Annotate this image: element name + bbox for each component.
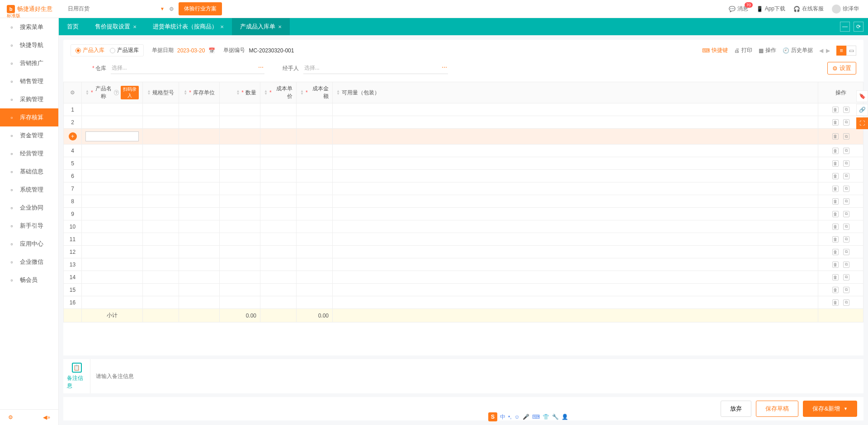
ime-user-icon[interactable]: 👤 xyxy=(561,414,568,420)
sidebar-item-chart[interactable]: ▫经营管理 xyxy=(0,145,58,163)
delete-icon[interactable]: 🗑 xyxy=(832,211,839,217)
delete-icon[interactable]: 🗑 xyxy=(832,236,839,243)
scan-button[interactable]: 扫码录入 xyxy=(121,86,139,99)
print-link[interactable]: 🖨 打印 xyxy=(734,47,752,54)
discard-button[interactable]: 放弃 xyxy=(721,401,751,417)
delete-icon[interactable]: 🗑 xyxy=(832,119,839,126)
rail-link[interactable]: 🔗 xyxy=(856,104,868,116)
copy-icon[interactable]: ⧉ xyxy=(843,186,849,192)
ime-lang[interactable]: 中 xyxy=(500,413,505,421)
ime-smile-icon[interactable]: ☺ xyxy=(514,414,520,420)
copy-icon[interactable]: ⧉ xyxy=(843,224,849,230)
table-row[interactable]: 7🗑⧉ xyxy=(64,182,863,195)
rail-expand[interactable]: ⛶ xyxy=(856,117,868,129)
tab-3[interactable]: 产成品入库单✕ xyxy=(232,18,290,35)
app-download-link[interactable]: 📱 App下载 xyxy=(756,5,785,13)
ime-tools-icon[interactable]: 🔧 xyxy=(552,414,559,420)
sidebar-item-gift[interactable]: ▫营销推广 xyxy=(0,54,58,72)
help-icon[interactable]: ? xyxy=(114,90,118,95)
copy-icon[interactable]: ⧉ xyxy=(843,198,849,205)
save-new-button[interactable]: 保存&新增 ▼ xyxy=(803,401,857,417)
warehouse-select[interactable]: 选择... ⋯ xyxy=(111,62,264,74)
table-row[interactable]: 8🗑⧉ xyxy=(64,195,863,208)
tab-2[interactable]: 进货单统计表（按商品）✕ xyxy=(145,18,232,35)
copy-icon[interactable]: ⧉ xyxy=(843,299,849,306)
tab-1[interactable]: 售价提取设置✕ xyxy=(87,18,145,35)
delete-icon[interactable]: 🗑 xyxy=(832,107,839,113)
rail-bookmark[interactable]: 🔖 xyxy=(856,90,868,102)
delete-icon[interactable]: 🗑 xyxy=(832,133,839,140)
shortcut-link[interactable]: ⌨ 快捷键 xyxy=(702,47,728,54)
ime-keyboard-icon[interactable]: ⌨ xyxy=(532,414,540,420)
tab-0[interactable]: 首页 xyxy=(59,18,87,35)
gear-icon[interactable]: ⚙ xyxy=(70,89,75,96)
sidebar-item-sys[interactable]: ▫系统管理 xyxy=(0,181,58,199)
delete-icon[interactable]: 🗑 xyxy=(832,224,839,230)
experience-button[interactable]: 体验行业方案 xyxy=(179,2,222,15)
delete-icon[interactable]: 🗑 xyxy=(832,287,839,293)
store-selector[interactable]: 日用百货 ▼ xyxy=(68,5,165,13)
sidebar-item-vip[interactable]: ▫畅会员 xyxy=(0,271,58,289)
table-row[interactable]: 6🗑⧉ xyxy=(64,170,863,182)
close-icon[interactable]: ✕ xyxy=(133,24,137,29)
sidebar-item-guide[interactable]: ▫新手引导 xyxy=(0,217,58,235)
sort-icon[interactable]: ▲▼ xyxy=(336,90,340,95)
view-list-button[interactable]: ≡ xyxy=(836,46,846,56)
sort-icon[interactable]: ▲▼ xyxy=(236,90,240,95)
view-card-button[interactable]: ▭ xyxy=(846,46,856,56)
table-row[interactable]: 1🗑⧉ xyxy=(64,103,863,116)
table-row[interactable]: 5🗑⧉ xyxy=(64,157,863,170)
history-link[interactable]: 🕘 历史单据 xyxy=(783,47,813,54)
copy-icon[interactable]: ⧉ xyxy=(843,236,849,243)
table-row[interactable]: 16🗑⧉ xyxy=(64,296,863,309)
table-row[interactable]: +🗑⧉ xyxy=(64,129,863,145)
table-row[interactable]: 10🗑⧉ xyxy=(64,220,863,233)
sidebar-item-wx[interactable]: ▫企业微信 xyxy=(0,253,58,271)
sort-icon[interactable]: ▲▼ xyxy=(85,90,89,95)
handler-select[interactable]: 选择... ⋯ xyxy=(303,62,448,74)
operate-link[interactable]: ▦ 操作 xyxy=(759,47,776,54)
delete-icon[interactable]: 🗑 xyxy=(832,160,839,167)
sidebar-item-cart[interactable]: ▫采购管理 xyxy=(0,90,58,108)
sidebar-item-box[interactable]: ▫库存核算 xyxy=(0,108,58,126)
table-row[interactable]: 4🗑⧉ xyxy=(64,145,863,157)
table-row[interactable]: 11🗑⧉ xyxy=(64,233,863,246)
sidebar-item-search[interactable]: ▫搜索菜单 xyxy=(0,18,58,36)
ime-mic-icon[interactable]: 🎤 xyxy=(523,414,529,420)
sidebar-item-team[interactable]: ▫企业协同 xyxy=(0,199,58,217)
copy-icon[interactable]: ⧉ xyxy=(843,274,849,280)
sort-icon[interactable]: ▲▼ xyxy=(300,90,304,95)
next-doc-button[interactable]: ▶ xyxy=(826,47,830,54)
remarks-input[interactable] xyxy=(90,359,863,393)
date-value[interactable]: 2023-03-20 xyxy=(177,47,205,54)
tabbar-refresh[interactable]: ⟳ xyxy=(854,22,863,32)
close-icon[interactable]: ✕ xyxy=(220,24,224,29)
copy-icon[interactable]: ⧉ xyxy=(843,173,849,179)
copy-icon[interactable]: ⧉ xyxy=(843,262,849,268)
copy-icon[interactable]: ⧉ xyxy=(843,160,849,167)
tabbar-minimize[interactable]: — xyxy=(840,22,850,32)
table-row[interactable]: 15🗑⧉ xyxy=(64,284,863,296)
product-name-input[interactable] xyxy=(85,131,139,141)
sidebar-item-apps[interactable]: ▫应用中心 xyxy=(0,235,58,253)
delete-icon[interactable]: 🗑 xyxy=(832,274,839,280)
sidebar-item-home[interactable]: ▫快捷导航 xyxy=(0,36,58,54)
ime-punct-icon[interactable]: •, xyxy=(508,414,512,420)
sort-icon[interactable]: ▲▼ xyxy=(184,90,187,95)
copy-icon[interactable]: ⧉ xyxy=(843,211,849,217)
delete-icon[interactable]: 🗑 xyxy=(832,198,839,205)
table-row[interactable]: 2🗑⧉ xyxy=(64,116,863,129)
gear-icon[interactable]: ⚙ xyxy=(169,6,174,12)
delete-icon[interactable]: 🗑 xyxy=(832,299,839,306)
table-row[interactable]: 14🗑⧉ xyxy=(64,271,863,284)
sidebar-item-bag[interactable]: ▫销售管理 xyxy=(0,72,58,90)
support-link[interactable]: 🎧 在线客服 xyxy=(793,5,824,13)
copy-icon[interactable]: ⧉ xyxy=(843,119,849,126)
messages-link[interactable]: 💬 消息 70 xyxy=(729,5,748,13)
radio-product-in[interactable]: 产品入库 xyxy=(75,47,104,54)
settings-button[interactable]: ⚙ 设置 xyxy=(827,62,856,75)
radio-product-out[interactable]: 产品退库 xyxy=(110,47,139,54)
collapse-icon[interactable]: ◀» xyxy=(43,414,50,420)
add-row-button[interactable]: + xyxy=(69,132,77,140)
sort-icon[interactable]: ▲▼ xyxy=(264,90,268,95)
